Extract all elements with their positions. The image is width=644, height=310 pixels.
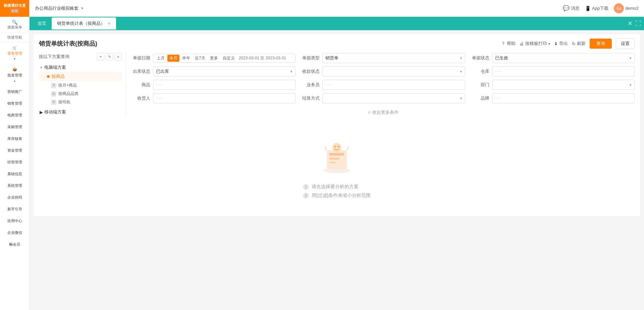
collapse-filters-button[interactable]: ∧ 收起更多条件 [131,107,635,117]
scheme-collapse-button[interactable]: « [114,53,122,60]
sidebar-item-search[interactable]: 🔍 搜索菜单 [0,17,29,33]
scheme-item-month-product[interactable]: 月 按月+商品 [39,81,122,90]
filter-item-doc-status: 单据状态 已生效 ▾ [471,53,635,63]
filter-layout: 按以下方案查询 + ✎ « [39,53,635,117]
sidebar-item-wholesale[interactable]: 📦 批发管理 ▲ [0,64,29,86]
sidebar-item-system[interactable]: 系统管理 [0,180,29,192]
date-tab-this-year[interactable]: 本年 [180,55,192,62]
scheme-edit-button[interactable]: ✎ [106,53,113,60]
brand-input[interactable]: ··· [492,93,635,103]
sidebar-item-member[interactable]: 畅会员 [0,239,29,250]
sidebar: 畅捷通好生意 标版 🔍 搜索菜单 快捷导航 🛒 零售管理 ▼ 📦 批发管理 ▲ … [0,0,30,310]
scheme-group-desktop-label: 电脑端方案 [44,64,66,70]
sidebar-wechat-label: 企业微信 [7,230,22,235]
salesperson-input[interactable]: ··· [322,80,465,90]
avatar: Ea [614,3,624,13]
sidebar-item-quick-nav[interactable]: 快捷导航 [0,33,29,42]
top-header: 办公用品行业模拟账套 ▾ 💬 消息 📱 App下载 Ea demo2 [30,0,644,17]
sidebar-item-inventory[interactable]: 库存核算 [0,133,29,145]
date-tab-more[interactable]: 更多 [208,55,220,62]
out-status-select[interactable]: 已出库 ▾ [153,66,296,76]
tab-sales-stat-label: 销货单统计表（按商品） [57,20,105,27]
print-arrow-icon: ▾ [548,42,550,46]
sidebar-item-operation[interactable]: 经营管理 [0,156,29,168]
export-button[interactable]: ⬇ 导出 [554,41,568,47]
salesperson-dots-icon: ··· [325,82,332,88]
sidebar-appstore-label: 应用中心 [7,218,22,223]
tab-sales-stat[interactable]: 销货单统计表（按商品） ✕ [52,17,116,30]
app-logo: 畅捷通好生意 标版 [0,0,29,17]
payment-status-select[interactable]: ▾ [322,66,465,76]
date-tab-last-month[interactable]: 上月 [155,55,167,62]
brand-dots-icon: ··· [495,95,501,101]
product-input[interactable]: ··· [153,80,296,90]
sidebar-finance-label: 资金管理 [7,148,22,153]
settings-button[interactable]: 设置 [616,38,635,49]
doc-type-select[interactable]: 销货单 ▾ [322,53,465,63]
sidebar-item-ecommerce[interactable]: 电商管理 [0,109,29,121]
filter-item-date: 单据日期 上月 本月 本年 近7天 更多 自定义 2023-03-01 至 20… [131,54,296,63]
scheme-group-desktop-title[interactable]: ▼ 电脑端方案 [39,63,122,72]
date-tab-7days[interactable]: 近7天 [193,55,207,62]
doc-status-select[interactable]: 已生效 ▾ [492,53,635,63]
search-icon: 🔍 [2,19,27,25]
messages-button[interactable]: 💬 消息 [563,5,580,11]
sidebar-item-guide[interactable]: 新手引导 [0,203,29,215]
warehouse-input[interactable]: ··· [492,66,635,76]
sidebar-item-marketing[interactable]: 营销推广 [0,86,29,98]
sidebar-item-purchase[interactable]: 采购管理 [0,121,29,133]
page-card: 销货单统计表(按商品) ？ 帮助 🖨 按模板打印 ▾ ⬇ 导出 [34,34,640,216]
query-button[interactable]: 查询 [590,39,612,49]
receiver-input[interactable]: ··· [153,93,296,103]
svg-rect-3 [329,158,339,160]
sidebar-item-wechat[interactable]: 企业微信 [0,227,29,239]
tab-home[interactable]: 首页 [32,17,52,30]
date-tab-custom[interactable]: 自定义 [221,55,237,62]
filter-item-out-status: 出库状态 已出库 ▾ [131,66,296,76]
help-button[interactable]: ？ 帮助 [501,41,516,47]
out-status-label: 出库状态 [131,68,150,74]
active-dot-icon [47,75,50,78]
main-area: 办公用品行业模拟账套 ▾ 💬 消息 📱 App下载 Ea demo2 首页 [30,0,644,310]
scheme-group-mobile-title[interactable]: ▶ 移动端方案 [39,108,122,116]
filter-row-3: 商品 ··· 业务员 ··· 部门 [131,80,635,90]
scheme-add-button[interactable]: + [97,53,104,60]
tab-bar: 首页 销货单统计表（按商品） ✕ ✕ ⛶ [30,17,644,30]
refresh-button[interactable]: ↻ 刷新 [572,41,586,47]
scheme-item-driver[interactable]: 司 按司机 [39,98,122,106]
sidebar-item-sales[interactable]: 销售管理 [0,98,29,109]
sidebar-quick-nav-label: 快捷导航 [0,35,29,40]
sidebar-item-basic[interactable]: 基础信息 [0,168,29,180]
sidebar-item-retail[interactable]: 🛒 零售管理 ▼ [0,42,29,64]
scheme-item-category-label: 按商品品类 [58,91,78,97]
sidebar-retail-label: 零售管理 [7,51,22,56]
scheme-group-mobile: ▶ 移动端方案 [39,108,122,116]
sidebar-search-label: 搜索菜单 [2,25,27,30]
date-tab-this-month[interactable]: 本月 [167,55,179,62]
doc-status-value: 已生效 [495,55,508,61]
user-profile[interactable]: Ea demo2 [614,3,639,13]
tab-close-window-icon[interactable]: ✕ [628,20,633,27]
filter-row-2: 出库状态 已出库 ▾ 收款状态 ▾ [131,66,635,76]
content-area: 销货单统计表(按商品) ？ 帮助 🖨 按模板打印 ▾ ⬇ 导出 [30,30,644,310]
scheme-item-category[interactable]: 品 按商品品类 [39,90,122,98]
app-download-button[interactable]: 📱 App下载 [585,5,608,11]
tab-close-icon[interactable]: ✕ [108,21,111,26]
department-select[interactable]: ▾ [492,80,635,90]
payment-method-select[interactable]: ▾ [322,93,465,103]
tab-bar-actions: ✕ ⛶ [628,20,644,27]
template-print-button[interactable]: 🖨 按模板打印 ▾ [520,41,550,47]
tip-num-2: 2 [303,193,309,199]
receiver-dots-icon: ··· [156,95,162,101]
tab-maximize-icon[interactable]: ⛶ [635,20,641,27]
sidebar-item-enterprise[interactable]: 企业协同 [0,192,29,203]
industry-dropdown-icon[interactable]: ▾ [81,6,84,11]
scheme-item-by-product[interactable]: 按商品 [39,72,122,81]
sidebar-item-appstore[interactable]: 应用中心 [0,215,29,227]
date-label: 单据日期 [131,55,150,61]
sidebar-item-finance[interactable]: 资金管理 [0,145,29,156]
doc-status-arrow-icon: ▾ [630,56,632,60]
filter-item-department: 部门 ▾ [471,80,635,90]
svg-point-5 [332,143,341,152]
filter-form: 单据日期 上月 本月 本年 近7天 更多 自定义 2023-03-01 至 20… [126,53,635,117]
